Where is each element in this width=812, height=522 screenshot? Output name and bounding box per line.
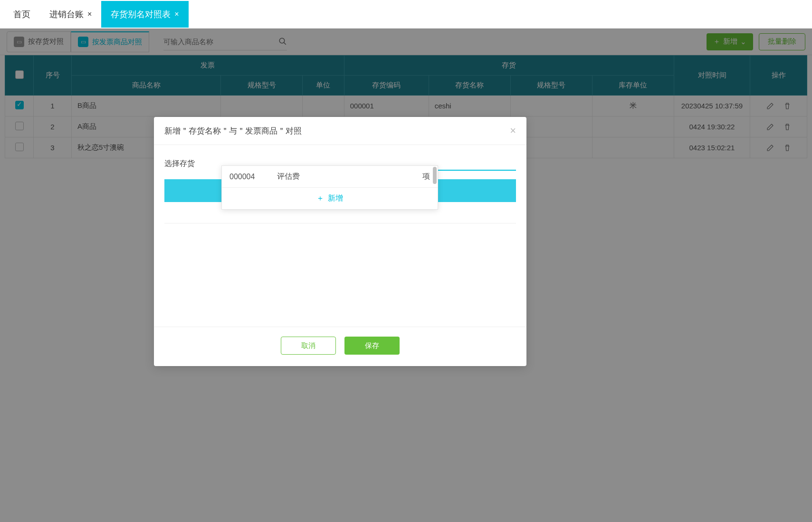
select-stock-label: 选择存货 — [164, 159, 217, 169]
save-button[interactable]: 保存 — [344, 337, 400, 355]
tab-alias-label: 存货别名对照表 — [111, 9, 171, 20]
divider — [164, 223, 516, 223]
top-tabs: 首页 进销台账 × 存货别名对照表 × — [0, 0, 812, 29]
close-icon[interactable]: × — [174, 10, 179, 19]
tab-home-label: 首页 — [13, 9, 30, 20]
modal: 新增＂存货名称＂与＂发票商品＂对照 × 选择存货 取消 保存 — [154, 117, 526, 366]
dropdown-item-unit: 项 — [422, 172, 430, 182]
dropdown-item-code: 000004 — [229, 173, 277, 181]
cancel-button[interactable]: 取消 — [281, 337, 336, 355]
close-icon[interactable]: × — [510, 125, 516, 137]
dropdown-add[interactable]: ＋ 新增 — [222, 187, 438, 209]
close-icon[interactable]: × — [87, 10, 92, 19]
dropdown-item[interactable]: 000004 评估费 项 — [222, 166, 438, 187]
tab-home[interactable]: 首页 — [4, 1, 40, 28]
dropdown-item-name: 评估费 — [277, 172, 422, 182]
modal-title: 新增＂存货名称＂与＂发票商品＂对照 — [164, 126, 302, 136]
modal-header: 新增＂存货名称＂与＂发票商品＂对照 × — [154, 117, 526, 145]
tab-ledger[interactable]: 进销台账 × — [40, 1, 101, 28]
dropdown-add-label: 新增 — [328, 193, 343, 203]
modal-footer: 取消 保存 — [154, 327, 526, 366]
scrollbar-thumb[interactable] — [433, 167, 437, 184]
stock-dropdown: 000004 评估费 项 ＋ 新增 — [221, 165, 438, 210]
plus-icon: ＋ — [316, 193, 324, 203]
tab-ledger-label: 进销台账 — [49, 9, 84, 20]
tab-alias[interactable]: 存货别名对照表 × — [101, 1, 188, 28]
